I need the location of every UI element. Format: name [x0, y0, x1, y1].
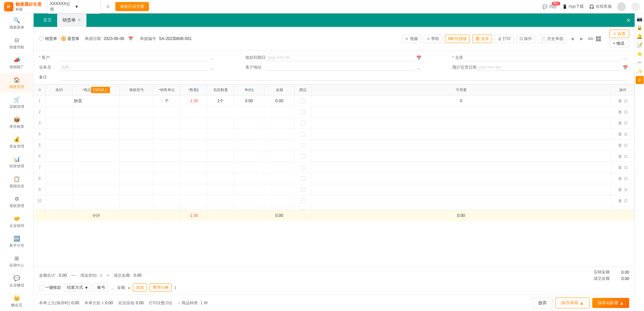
radio-return[interactable]: 退货单: [61, 36, 79, 42]
account-select[interactable]: 账号: [94, 283, 108, 292]
warehouse-more-icon[interactable]: ...: [621, 55, 629, 61]
one-click-pay-checkbox[interactable]: 一键收款: [39, 285, 61, 290]
calendar-icon[interactable]: 📅: [127, 36, 135, 41]
sidebar-item-search[interactable]: 🔍 搜索菜单: [0, 13, 33, 33]
fenpai-help-icon[interactable]: ℹ: [175, 285, 176, 290]
sidebar-item-operations[interactable]: 📊 经营管理: [0, 152, 33, 172]
tab-close-icon[interactable]: ✕: [78, 18, 81, 23]
settings-btn[interactable]: ⚙: [104, 3, 113, 10]
sidebar-item-quicknav[interactable]: ⊟ 快捷导航: [0, 33, 33, 53]
copy-icon[interactable]: ⊡: [624, 154, 628, 159]
customer-addr-input[interactable]: [266, 64, 415, 71]
avatar[interactable]: [617, 2, 626, 11]
app-download-btn[interactable]: 📱 App下载: [562, 4, 584, 9]
sidebar-item-guide[interactable]: 🆕 新手引导: [0, 232, 33, 251]
customer-input[interactable]: [59, 54, 208, 61]
abandon-btn[interactable]: 放弃: [532, 298, 553, 308]
right-btn-note[interactable]: 📝: [636, 41, 644, 49]
sidebar-item-system[interactable]: ⚙ 系统管理: [0, 192, 33, 212]
avatar-extra[interactable]: [631, 2, 640, 11]
td-barcode-1[interactable]: [46, 95, 73, 106]
doc-settings-btn[interactable]: ⊙ 设置: [609, 30, 629, 38]
delete-icon[interactable]: 🗑: [618, 154, 622, 159]
sidebar-item-finance[interactable]: 💰 资金管理: [0, 132, 33, 152]
delete-icon[interactable]: 🗑: [618, 121, 622, 125]
online-service-btn[interactable]: 🎧 在线客服: [589, 4, 612, 9]
delete-icon[interactable]: 🗑: [618, 132, 622, 137]
discount-help-icon[interactable]: ℹ: [100, 273, 102, 278]
delete-icon[interactable]: 🗑: [618, 187, 622, 192]
td-amount-1[interactable]: 0.00: [264, 95, 295, 106]
history-btn[interactable]: 📄 历史单据: [538, 35, 566, 43]
expected-date-calendar-icon[interactable]: 📅: [621, 65, 629, 70]
total-due-help-icon[interactable]: ℹ: [102, 301, 104, 305]
right-btn-camera[interactable]: 📷: [636, 15, 644, 23]
add-payment-btn[interactable]: 添加: [133, 283, 147, 292]
delete-icon[interactable]: 🗑: [618, 110, 622, 114]
staff-more-icon[interactable]: ...: [208, 65, 216, 70]
scan-btn[interactable]: 扫码录入: [91, 87, 110, 93]
save-draft-btn[interactable]: 保存草稿 ▲: [555, 298, 590, 308]
operation-btn[interactable]: ⊡ 操作: [517, 35, 535, 43]
td-spec-1[interactable]: [120, 95, 153, 106]
video-btn[interactable]: ⊙ 视频: [402, 35, 421, 43]
copy-icon[interactable]: ⊡: [624, 198, 628, 203]
note-input[interactable]: [59, 74, 629, 81]
delete-icon[interactable]: 🗑: [618, 165, 622, 170]
sidebar-item-purchase[interactable]: 🛒 采购管理: [0, 93, 33, 113]
copy-icon[interactable]: ⊡: [624, 110, 628, 114]
right-btn-star[interactable]: ⭐: [636, 50, 644, 58]
warehouse-input[interactable]: 建材仓: [463, 54, 621, 61]
delete-icon[interactable]: 🗑: [618, 176, 622, 181]
doc-logistics-btn[interactable]: + 物流: [609, 39, 629, 48]
right-btn-lock[interactable]: 🔒: [636, 24, 644, 32]
sidebar-item-member[interactable]: 👑 畅会员: [0, 291, 33, 311]
customer-more-icon[interactable]: ...: [208, 55, 216, 61]
print-btn[interactable]: 🖨 打印: [495, 35, 514, 43]
td-qty-1[interactable]: -1.00: [180, 95, 207, 106]
nav-next-btn[interactable]: ▶: [578, 35, 585, 42]
message-btn[interactable]: 💬 消息 99+: [542, 4, 557, 9]
copy-icon[interactable]: ⊡: [624, 132, 628, 137]
select-order-btn[interactable]: ☰ 选单: [472, 35, 492, 43]
customer-addr-more-icon[interactable]: ...: [415, 65, 423, 70]
sidebar-item-base[interactable]: 📋 基础信息: [0, 172, 33, 192]
industry-btn[interactable]: 体验行业方案: [115, 2, 149, 11]
td-packqty-1[interactable]: 1个: [207, 95, 234, 106]
company-selector[interactable]: XXXXXX公司 ▼: [47, 0, 101, 14]
radio-sales[interactable]: 销货单: [39, 36, 57, 42]
sidebar-item-enterprise[interactable]: 🤝 企业协同: [0, 212, 33, 232]
tab-sales-order[interactable]: 销货单 ✕: [57, 13, 86, 27]
due-date-calendar-icon[interactable]: 📅: [415, 55, 423, 60]
delete-icon[interactable]: 🗑: [618, 143, 622, 148]
sidebar-item-marketing[interactable]: 📣 营销推广: [0, 53, 33, 73]
delete-icon-1[interactable]: 🗑: [618, 99, 622, 103]
right-btn-bell[interactable]: 🔔: [636, 32, 644, 40]
help-btn[interactable]: ⊙ 帮助: [424, 35, 442, 43]
copy-icon[interactable]: ⊡: [624, 187, 628, 192]
copy-icon-1[interactable]: ⊡: [624, 99, 628, 103]
gift-checkbox-1[interactable]: [301, 99, 305, 103]
due-date-input[interactable]: [266, 54, 415, 61]
fenpai-btn[interactable]: 费用分摊: [150, 283, 172, 292]
nav-prev-btn[interactable]: ◀: [569, 35, 576, 42]
copy-icon[interactable]: ⊡: [624, 143, 628, 148]
td-price-1[interactable]: 0.00: [234, 95, 264, 106]
right-btn-orange[interactable]: ⚡: [636, 76, 644, 84]
save-new-btn[interactable]: 保存&新增 ▲: [592, 298, 629, 308]
tab-home[interactable]: 首页: [38, 13, 57, 27]
staff-input[interactable]: [59, 64, 208, 71]
right-btn-sparkle[interactable]: ✨: [636, 67, 644, 75]
sidebar-item-inventory[interactable]: 📦 库存核算: [0, 113, 33, 132]
shortcut-btn[interactable]: ⌨ 快捷键: [445, 35, 470, 43]
tab-bar-close-btn[interactable]: ✕: [626, 17, 631, 24]
delete-icon[interactable]: 🗑: [618, 198, 622, 203]
payment-method-select[interactable]: 结算方式 ▼: [64, 283, 91, 292]
one-click-pay-check[interactable]: [39, 285, 44, 290]
right-btn-edit[interactable]: ✏: [636, 59, 644, 67]
copy-icon[interactable]: ⊡: [624, 176, 628, 181]
sidebar-item-sales[interactable]: 🏠 销售管理: [0, 73, 33, 93]
expected-date-input[interactable]: [477, 64, 622, 71]
sidebar-item-wechat[interactable]: 💬 企业微信: [0, 271, 33, 291]
copy-icon[interactable]: ⊡: [624, 165, 628, 170]
